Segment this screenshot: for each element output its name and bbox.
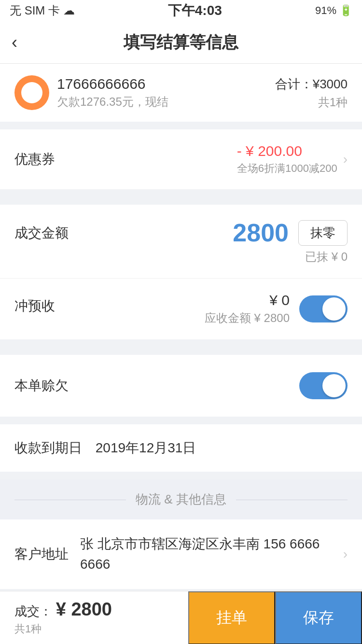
address-label: 客户地址 [14, 545, 69, 563]
transaction-row: 成交金额 2800 抹零 已抹 ¥ 0 [0, 205, 362, 279]
toggle-knob [322, 297, 346, 321]
transaction-section: 成交金额 2800 抹零 已抹 ¥ 0 冲预收 ¥ 0 应收金额 ¥ 2800 [0, 205, 362, 339]
coupon-value-block: - ¥ 200.00 全场6折满1000减200 [237, 143, 337, 176]
round-button[interactable]: 抹零 [298, 220, 348, 246]
coupon-value: - ¥ 200.00 [237, 143, 337, 159]
logistics-divider: 物流 & 其他信息 [0, 479, 362, 519]
customer-phone: 17666666666 [57, 76, 168, 92]
pre-receive-right: ¥ 0 应收金额 ¥ 2800 [205, 292, 348, 326]
customer-card: 17666666666 欠款1276.35元，现结 合计：¥3000 共1种 [0, 64, 362, 122]
customer-debt: 欠款1276.35元，现结 [57, 94, 168, 110]
coupon-row[interactable]: 优惠券 - ¥ 200.00 全场6折满1000减200 › [0, 129, 362, 189]
pending-button[interactable]: 挂单 [188, 591, 275, 644]
amount-right: 2800 抹零 [233, 218, 348, 247]
transaction-label: 成交金额 [14, 218, 69, 242]
spacer-3 [0, 472, 362, 479]
spacer-1 [0, 197, 362, 205]
pre-receive-label: 冲预收 [14, 292, 55, 315]
pre-receive-toggle[interactable] [299, 295, 348, 322]
spacer-2 [0, 347, 362, 355]
coupon-label: 优惠券 [14, 150, 55, 168]
debt-toggle[interactable] [299, 372, 348, 399]
status-left: 无 SIM 卡 ☁ [10, 3, 75, 18]
bottom-info: 成交： ¥ 2800 共1种 [0, 599, 188, 636]
due-date-label: 收款到期日 [14, 440, 82, 455]
pre-receive-value-block: ¥ 0 应收金额 ¥ 2800 [205, 292, 290, 326]
total-count: 共1种 [275, 95, 348, 110]
nav-bar: ‹ 填写结算等信息 [0, 21, 362, 64]
status-time: 下午4:03 [168, 1, 222, 20]
amount-sub: 已抹 ¥ 0 [305, 249, 348, 265]
status-bar: 无 SIM 卡 ☁ 下午4:03 91% 🔋 [0, 0, 362, 21]
customer-left: 17666666666 欠款1276.35元，现结 [14, 75, 168, 110]
bottom-transaction-row: 成交： ¥ 2800 [14, 599, 174, 620]
debt-row: 本单赊欠 [0, 355, 362, 417]
due-date-value: 2019年12月31日 [96, 440, 196, 455]
address-value: 张 北京市市辖区海淀区永丰南 156 6666 6666 [80, 534, 343, 574]
pre-receive-row: 冲预收 ¥ 0 应收金额 ¥ 2800 [0, 279, 362, 339]
address-chevron-icon: › [343, 546, 348, 562]
bottom-amount: ¥ 2800 [56, 599, 112, 619]
total-label: 合计：¥3000 [275, 76, 348, 93]
debt-section: 本单赊欠 [0, 355, 362, 417]
bottom-transaction-label: 成交： [14, 604, 52, 618]
address-row[interactable]: 客户地址 张 北京市市辖区海淀区永丰南 156 6666 6666 › [0, 519, 362, 589]
battery-text: 91% [315, 4, 336, 17]
customer-right: 合计：¥3000 共1种 [275, 76, 348, 110]
status-right: 91% 🔋 [315, 4, 352, 17]
coupon-chevron-icon: › [343, 152, 348, 167]
avatar [14, 75, 49, 110]
debt-toggle-knob [322, 374, 346, 397]
battery-icon: 🔋 [339, 4, 352, 17]
pre-receive-amount: ¥ 0 [205, 292, 290, 308]
avatar-inner [21, 82, 42, 103]
page-title: 填写结算等信息 [124, 31, 238, 54]
signal-text: 无 SIM 卡 ☁ [10, 3, 75, 18]
pre-receive-sub: 应收金额 ¥ 2800 [205, 310, 290, 326]
customer-info: 17666666666 欠款1276.35元，现结 [57, 76, 168, 110]
transaction-amount: 2800 [233, 218, 289, 247]
debt-label: 本单赊欠 [14, 377, 69, 395]
bottom-count: 共1种 [14, 622, 174, 636]
logistics-label: 物流 & 其他信息 [126, 492, 236, 506]
coupon-desc: 全场6折满1000减200 [237, 161, 337, 176]
save-button[interactable]: 保存 [275, 591, 362, 644]
back-button[interactable]: ‹ [12, 32, 17, 53]
due-date-row: 收款到期日 2019年12月31日 [0, 424, 362, 472]
bottom-bar: 成交： ¥ 2800 共1种 挂单 保存 [0, 591, 362, 644]
content-area: 17666666666 欠款1276.35元，现结 合计：¥3000 共1种 优… [0, 64, 362, 644]
